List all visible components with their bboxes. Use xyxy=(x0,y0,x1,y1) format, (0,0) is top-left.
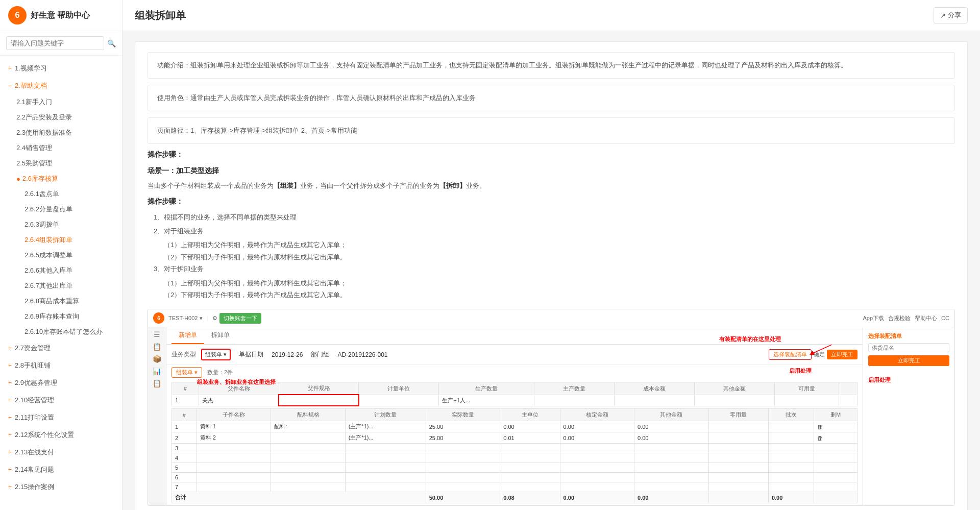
sidebar-item-video[interactable]: + 1.视频学习 xyxy=(0,60,122,77)
sidebar-item-2.10[interactable]: + 2.10经营管理 xyxy=(0,392,122,409)
sidebar-item-2.6.6[interactable]: 2.6.6其他入库单 xyxy=(0,263,122,278)
table-row: 5 xyxy=(172,463,857,473)
tab-disassemble[interactable]: 拆卸单 xyxy=(204,327,237,344)
sidebar-item-2.6.1[interactable]: 2.6.1盘点单 xyxy=(0,186,122,202)
path-block: 页面路径：1、库存核算->库存管理->组装拆卸单 2、首页->常用功能 xyxy=(148,117,955,144)
col2-main-unit: 主单位 xyxy=(500,409,560,421)
page-header: 组装拆卸单 ↗ 分享 xyxy=(122,0,980,31)
nav-list: + 1.视频学习 − 2.帮助文档 2.1新手入门 2.2产品安装及登录 2.3… xyxy=(0,56,122,510)
sidebar-item-2.8[interactable]: + 2.8手机旺铺 xyxy=(0,357,122,374)
row-cost xyxy=(614,395,694,406)
sidebar-item-2.6.10[interactable]: 2.6.10库存账本错了怎么办 xyxy=(0,324,122,339)
row-main-qty xyxy=(534,395,614,406)
minus-icon: − xyxy=(8,82,12,89)
side-confirm-btn[interactable]: 立即完工 xyxy=(868,355,949,366)
row2b-del[interactable]: 🗑 xyxy=(814,432,857,444)
user-avatar[interactable]: CC xyxy=(941,315,949,321)
step2-sub2: （2）下部明细为子件明细，最终作为原材料生成其它出库单。 xyxy=(148,251,955,263)
col2-spec: 配料规格 xyxy=(271,409,345,421)
col-cost: 成本金额 xyxy=(614,382,694,395)
sidebar-item-2.15[interactable]: + 2.15操作案例 xyxy=(0,478,122,496)
total-val4: 0.00 xyxy=(634,492,708,503)
sidebar-item-2.9[interactable]: + 2.9优惠券管理 xyxy=(0,374,122,392)
plus-icon-2.12: + xyxy=(8,431,12,439)
row-num: 1 xyxy=(172,395,199,406)
type-selector[interactable]: 组装单 ▾ xyxy=(172,367,202,378)
docs-icon[interactable]: 📋 xyxy=(153,379,161,387)
search-input[interactable] xyxy=(6,36,104,50)
circle-icon: ● xyxy=(16,175,20,183)
search-icon[interactable]: 🔍 xyxy=(107,39,116,47)
sidebar-item-install[interactable]: 2.2产品安装及登录 xyxy=(0,110,122,125)
row2-other-amt: 0.00 xyxy=(634,421,708,432)
row2b-num: 2 xyxy=(172,432,197,444)
sidebar-item-purchase[interactable]: 2.5采购管理 xyxy=(0,156,122,171)
compliance-link[interactable]: 合规检验 xyxy=(888,314,911,322)
col2-misc-qty: 零用量 xyxy=(708,409,768,421)
group-label: 部门组 xyxy=(311,350,329,359)
doc-no: AD-20191226-001 xyxy=(337,351,387,358)
sidebar-item-2.6.3[interactable]: 2.6.3调拨单 xyxy=(0,217,122,232)
row2-main-unit: 0.00 xyxy=(500,421,560,432)
sidebar-item-docs[interactable]: − 2.帮助文档 xyxy=(0,77,122,94)
orders-icon[interactable]: 📋 xyxy=(153,343,161,351)
sidebar-item-data[interactable]: 2.3使用前数据准备 xyxy=(0,125,122,140)
share-icon: ↗ xyxy=(940,12,946,19)
inventory-icon[interactable]: 📦 xyxy=(153,355,161,363)
plus-icon-2.7: + xyxy=(8,345,12,352)
sidebar-item-2.12[interactable]: + 2.12系统个性化设置 xyxy=(0,426,122,444)
table2-container: # 子件名称 配料规格 计划数量 实际数量 主单位 核定金额 其 xyxy=(172,408,857,503)
total-val3: 0.00 xyxy=(560,492,634,503)
scene1-title: 场景一：加工类型选择 xyxy=(148,166,955,176)
sidebar-item-2.7[interactable]: + 2.7资金管理 xyxy=(0,339,122,357)
row2-del[interactable]: 🗑 xyxy=(814,421,857,432)
app-title: 好生意 帮助中心 xyxy=(31,10,90,21)
sidebar-header: 6 好生意 帮助中心 xyxy=(0,0,122,31)
operations-title: 操作步骤： xyxy=(148,150,955,159)
side-panel-search[interactable] xyxy=(868,343,949,352)
total-blank2: 0.00 xyxy=(768,492,814,503)
tab-new[interactable]: 新增单 xyxy=(172,327,204,344)
total-val1: 50.00 xyxy=(426,492,500,503)
app-download-link[interactable]: App下载 xyxy=(863,314,885,322)
row2b-approved-amt: 0.00 xyxy=(560,432,634,444)
sidebar-item-2.6.9[interactable]: 2.6.9库存账本查询 xyxy=(0,309,122,324)
table-row: 1 关杰 生产+1人... xyxy=(172,395,857,406)
sidebar-item-inventory[interactable]: ● 2.6库存核算 xyxy=(0,171,122,186)
sidebar-item-2.6.2[interactable]: 2.6.2分量盘点单 xyxy=(0,202,122,217)
sidebar-item-2.6.8[interactable]: 2.6.8商品成本重算 xyxy=(0,294,122,309)
col2-del: 删M xyxy=(814,409,857,421)
scene1-desc: 当由多个子件材料组装成一个成品的业务为【组装】业务，当由一个父件拆分成多个子产品… xyxy=(148,180,955,191)
row2b-misc xyxy=(708,432,768,444)
sidebar-item-newbie[interactable]: 2.1新手入门 xyxy=(0,94,122,110)
app-bar-nav: TEST-H002 ▾ | ⚙ 切换账套一下 xyxy=(168,313,261,324)
sidebar-item-sales[interactable]: 2.4销售管理 xyxy=(0,140,122,156)
plus-icon-2.11: + xyxy=(8,414,12,421)
date-value: 2019-12-26 xyxy=(272,351,303,358)
qty-label: 数量：2件 xyxy=(207,369,233,375)
switch-account-btn[interactable]: 切换账套一下 xyxy=(219,313,261,324)
annotation-3: 启用处理 xyxy=(789,367,812,375)
sidebar-item-2.11[interactable]: + 2.11打印设置 xyxy=(0,409,122,426)
share-button[interactable]: ↗ 分享 xyxy=(934,7,968,23)
help-center-link[interactable]: 帮助中心 xyxy=(915,314,937,322)
home-icon[interactable]: ☰ xyxy=(154,330,160,338)
step3: 3、对于拆卸业务 xyxy=(148,263,955,275)
search-box: 🔍 xyxy=(0,31,122,56)
plus-icon-2.8: + xyxy=(8,362,12,369)
table-row: 2 黄料 2 (主产*1)... 25.00 0.01 0.00 xyxy=(172,432,857,444)
type-value[interactable]: 组装单 ▾ xyxy=(201,349,231,360)
doc-area: 新增单 拆卸单 业务类型 组装单 ▾ 单据日期 2019-12-26 部门组 xyxy=(166,327,863,505)
reports-icon[interactable]: 📊 xyxy=(153,367,161,375)
sidebar-item-2.6.5[interactable]: 2.6.5成本调整单 xyxy=(0,248,122,263)
main-area: 组装拆卸单 ↗ 分享 功能介绍：组装拆卸单用来处理企业组装或拆卸等加工业务，支持… xyxy=(122,0,980,510)
sidebar-item-2.6.7[interactable]: 2.6.7其他出库单 xyxy=(0,278,122,294)
sidebar-item-2.6.4[interactable]: 2.6.4组装拆卸单 xyxy=(0,232,122,248)
plus-icon-2.13: + xyxy=(8,449,12,456)
sidebar-item-2.14[interactable]: + 2.14常见问题 xyxy=(0,461,122,478)
col-parent-spec: 父件规格 xyxy=(279,382,359,395)
sidebar-item-2.13[interactable]: + 2.13在线支付 xyxy=(0,444,122,461)
table-row: 3 xyxy=(172,444,857,453)
app-bar-right: App下载 合规检验 帮助中心 CC xyxy=(863,314,949,322)
row2b-spec xyxy=(271,432,345,444)
